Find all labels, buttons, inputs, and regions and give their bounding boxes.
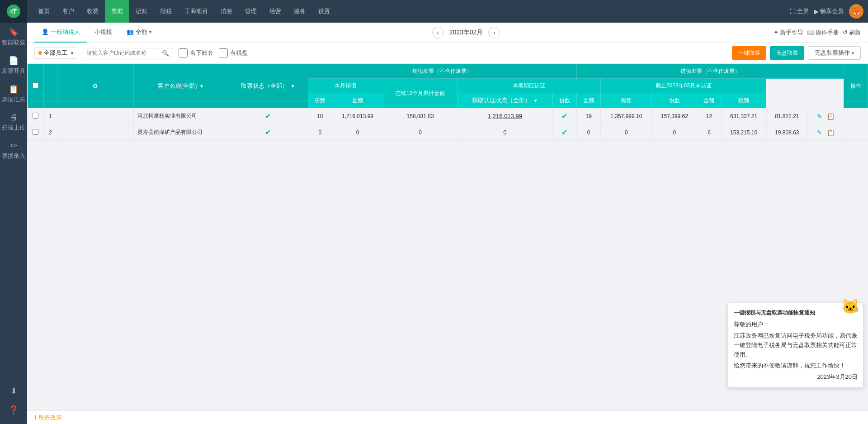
nav-customer[interactable]: 客户 bbox=[56, 0, 80, 23]
user-avatar[interactable]: 🦊 bbox=[849, 4, 863, 19]
notification-greeting: 尊敬的用户： bbox=[734, 320, 858, 329]
row-cert-amount: 1,357,999.10 bbox=[601, 108, 652, 124]
nav-invoice[interactable]: 票据 bbox=[105, 0, 129, 23]
sidebar-item-invoice-summary[interactable]: 📋 票据汇总 bbox=[0, 80, 27, 108]
row-sales-amount: 1,216,013.99 bbox=[332, 108, 383, 124]
sidebar-item-help[interactable]: ❓ bbox=[0, 400, 27, 419]
fullscreen-icon: ⛶ bbox=[790, 8, 796, 15]
nav-home[interactable]: 首页 bbox=[32, 0, 56, 23]
table-row: 2 灵寿县尚泽矿产品有限公司 ✔ 0 0 0 0 ✔ 0 0 0 6 153,2… bbox=[28, 124, 868, 141]
notification-mascot: 🐱 bbox=[841, 295, 859, 318]
search-box: 🔍 bbox=[83, 48, 173, 58]
sidebar-item-invoice-open[interactable]: 📄 发票开具 bbox=[0, 51, 27, 80]
tab-row-actions: ✦ 新手引导 📖 操作手册 ↺ 刷新 bbox=[774, 29, 861, 37]
view-icon[interactable]: 📋 bbox=[827, 113, 835, 120]
general-tax-icon: 👤 bbox=[42, 29, 49, 35]
sidebar-item-scan-upload[interactable]: 🖨 扫描上传 bbox=[0, 108, 27, 136]
next-month-btn[interactable]: › bbox=[488, 27, 500, 38]
notification-apology: 给您带来的不便敬请谅解，祝您工作愉快！ bbox=[734, 361, 858, 371]
named-accounts-checkbox[interactable] bbox=[179, 48, 188, 57]
row-checkbox[interactable] bbox=[33, 113, 38, 119]
row-fetch-status: ✔ bbox=[228, 124, 308, 141]
one-click-fetch-btn[interactable]: 一键取票 bbox=[732, 46, 766, 60]
filter-actions: 一键取票 无盘取票 无盘取票操作 ▾ bbox=[732, 46, 861, 60]
row-checkbox[interactable] bbox=[33, 129, 38, 135]
nav-management[interactable]: 管理 bbox=[239, 0, 263, 23]
row-cert-amount: 0 bbox=[601, 124, 652, 141]
edit-icon[interactable]: ✎ bbox=[817, 113, 822, 120]
sidebar-item-download[interactable]: ⬇ bbox=[0, 381, 27, 400]
sidebar-item-invoice-entry[interactable]: ✏ 票据录入 bbox=[0, 136, 27, 165]
continuous-amount-link[interactable]: 1,216,013.99 bbox=[488, 113, 522, 119]
prev-month-btn[interactable]: ‹ bbox=[432, 27, 444, 38]
tab-small-scale[interactable]: 小规模 bbox=[87, 23, 119, 43]
nav-tax[interactable]: 报税 bbox=[154, 0, 178, 23]
sidebar-item-smart-fetch[interactable]: 🔖 智能取票 bbox=[0, 23, 27, 51]
tax-disk-checkbox[interactable] bbox=[219, 48, 228, 57]
named-accounts-filter[interactable]: 名下账套 bbox=[179, 48, 213, 57]
no-disk-fetch-btn[interactable]: 无盘取票 bbox=[770, 46, 804, 60]
manual-icon: 📖 bbox=[807, 29, 814, 36]
th-no bbox=[44, 64, 57, 108]
th-sales-count: 份数 bbox=[308, 93, 332, 108]
cert-status-filter-icon[interactable]: ▼ bbox=[533, 98, 538, 103]
row-customer: 河北柯摩杨实业有限公司 bbox=[133, 108, 228, 124]
th-customer-name: 客户名称(全部) ▼ bbox=[133, 64, 228, 108]
gear-icon[interactable]: ⚙ bbox=[92, 82, 98, 90]
th-purchase-group: 进项发票（不含作废票） bbox=[577, 64, 844, 79]
chevron-down-icon: ▾ bbox=[71, 51, 73, 56]
nav-collection[interactable]: 收费 bbox=[80, 0, 105, 23]
member-btn[interactable]: ▶ 畅享会员 bbox=[814, 7, 844, 15]
search-input[interactable] bbox=[87, 50, 162, 56]
th-uncert-count: 份数 bbox=[652, 93, 697, 108]
fullscreen-btn[interactable]: ⛶ 全屏 bbox=[790, 7, 809, 15]
nav-settings[interactable]: 设置 bbox=[312, 0, 336, 23]
row-actions: ✎ 📋 bbox=[808, 108, 844, 124]
nav-business[interactable]: 工商项目 bbox=[178, 0, 214, 23]
customer-filter-icon[interactable]: ▼ bbox=[199, 84, 204, 89]
row-checkbox-cell[interactable] bbox=[28, 108, 44, 124]
tab-general-tax[interactable]: 👤 一般纳税人 bbox=[34, 23, 87, 43]
continuous-amount-link[interactable]: 0 bbox=[503, 129, 506, 136]
row-no: 1 bbox=[44, 108, 57, 124]
tax-policy-btn[interactable]: ℹ 税务政策 bbox=[34, 414, 62, 422]
row-setting bbox=[57, 124, 134, 141]
nav-operation[interactable]: 经营 bbox=[263, 0, 288, 23]
tab-all-icon: 👥 bbox=[127, 29, 134, 35]
invoice-open-icon: 📄 bbox=[9, 56, 19, 66]
top-navigation: 首页 客户 收费 票据 记账 报税 工商项目 消息 管理 经营 服务 设置 ⛶ … bbox=[27, 0, 868, 23]
row-cert-tax: 0 bbox=[652, 124, 697, 141]
tax-disk-filter[interactable]: 有税盘 bbox=[219, 48, 248, 57]
nav-message[interactable]: 消息 bbox=[214, 0, 239, 23]
cert-status-icon: ✔ bbox=[561, 112, 567, 120]
download-icon: ⬇ bbox=[10, 386, 17, 396]
edit-icon[interactable]: ✎ bbox=[817, 129, 822, 136]
refresh-btn[interactable]: ↺ 刷新 bbox=[843, 29, 861, 37]
th-uncert-tax: 税额 bbox=[721, 93, 766, 108]
row-sales-amount: 0 bbox=[332, 124, 383, 141]
select-all-checkbox[interactable] bbox=[33, 82, 38, 88]
nav-accounting[interactable]: 记账 bbox=[129, 0, 154, 23]
row-uncert-count: 12 bbox=[697, 108, 721, 124]
tab-row: 👤 一般纳税人 小规模 👥 全能 ▾ ‹ 2023年02月 › ✦ 新手引导 bbox=[27, 23, 868, 43]
main-table: ⚙ 客户名称(全部) ▼ 取票状态（全部） ▼ 销项发票（不含作废票） 进项发票… bbox=[27, 64, 868, 141]
employee-filter[interactable]: 全部员工 ▾ bbox=[34, 47, 77, 59]
row-continuous-amount: 0 bbox=[458, 124, 553, 141]
row-no: 2 bbox=[44, 124, 57, 141]
guide-btn[interactable]: ✦ 新手引导 bbox=[774, 29, 803, 37]
nav-service[interactable]: 服务 bbox=[288, 0, 312, 23]
fetch-status-filter-icon[interactable]: ▼ bbox=[291, 84, 295, 89]
row-setting bbox=[57, 108, 134, 124]
row-sales-tax: 0 bbox=[383, 124, 458, 141]
no-disk-ops-btn[interactable]: 无盘取票操作 ▾ bbox=[808, 46, 861, 60]
notification-date: 2023年3月20日 bbox=[734, 372, 858, 382]
search-icon[interactable]: 🔍 bbox=[162, 50, 169, 57]
view-icon[interactable]: 📋 bbox=[827, 129, 835, 136]
row-cert-status: ✔ bbox=[552, 108, 576, 124]
tab-all[interactable]: 👥 全能 ▾ bbox=[119, 23, 159, 43]
row-checkbox-cell[interactable] bbox=[28, 124, 44, 141]
invoice-entry-icon: ✏ bbox=[10, 141, 17, 151]
manual-btn[interactable]: 📖 操作手册 bbox=[807, 29, 839, 37]
filter-row: 全部员工 ▾ 🔍 名下账套 有税盘 一键取票 无盘取票 无盘取票操作 ▾ bbox=[27, 43, 868, 64]
th-sales-group: 销项发票（不含作废票） bbox=[308, 64, 576, 79]
